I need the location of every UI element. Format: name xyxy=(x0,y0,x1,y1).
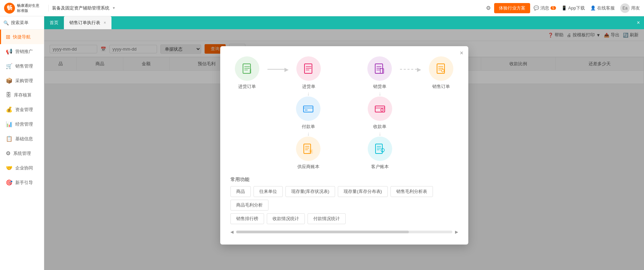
sidebar-item-operations[interactable]: 📊 经营管理 xyxy=(0,117,44,131)
svg-rect-12 xyxy=(380,69,384,73)
receipt-bill-circle xyxy=(368,96,392,121)
logo-icon: 畅 xyxy=(4,3,15,14)
sidebar-item-purchase[interactable]: 📦 采购管理 xyxy=(0,73,44,88)
message-button[interactable]: 💬 消息 5 xyxy=(534,5,556,11)
logo-text: 畅康通好生意 标准版 xyxy=(17,3,39,13)
message-icon: 💬 xyxy=(534,5,539,11)
func-buttons-row1: 商品 往来单位 现存量(库存状况表) 现存量(库存分布表) 销售毛利分析表 商品… xyxy=(230,186,458,211)
supplier-account-circle xyxy=(296,137,320,161)
sales-bill-circle xyxy=(367,56,392,81)
purchase-order-circle xyxy=(235,56,259,81)
svg-rect-4 xyxy=(304,64,312,73)
modal: × 进货订单 xyxy=(220,46,468,245)
sidebar-item-inventory[interactable]: 🗄 库存核算 xyxy=(0,88,44,102)
arrow-col-payment: ↓ xyxy=(291,131,325,137)
marketing-icon: 📢 xyxy=(6,48,13,55)
func-btn-contact[interactable]: 往来单位 xyxy=(254,186,283,197)
sidebar-item-marketing[interactable]: 📢 营销推广 xyxy=(0,44,44,59)
sidebar-item-quick-nav[interactable]: ⊞ 快捷导航 xyxy=(0,30,44,44)
main-area: 🔍 搜索菜单 ⊞ 快捷导航 📢 营销推广 🛒 销售管理 📦 采购管理 🗄 xyxy=(0,16,644,270)
newbie-icon: 🎯 xyxy=(6,179,13,186)
func-btn-payment-stats[interactable]: 付款情况统计 xyxy=(308,213,346,224)
logo-area: 畅 畅康通好生意 标准版 xyxy=(4,3,45,14)
sidebar-item-newbie[interactable]: 🎯 新手引导 xyxy=(0,175,44,190)
tab-bar: 首页 销售订单执行表 × × xyxy=(44,16,644,29)
func-btn-inventory-dist[interactable]: 现存量(库存分布表) xyxy=(338,186,388,197)
sales-order-circle xyxy=(429,56,453,81)
sidebar: 🔍 搜索菜单 ⊞ 快捷导航 📢 营销推广 🛒 销售管理 📦 采购管理 🗄 xyxy=(0,16,44,270)
system-title-dropdown-icon[interactable]: ▼ xyxy=(112,6,116,10)
payment-bill-circle xyxy=(296,96,320,121)
service-icon: 👤 xyxy=(590,5,596,11)
dashed-arrow-left: ▶ xyxy=(400,66,421,73)
trial-button[interactable]: 体验行业方案 xyxy=(494,3,530,13)
sidebar-item-enterprise[interactable]: 🤝 企业协同 xyxy=(0,161,44,175)
flow-item-payment-bill[interactable]: 付款单 xyxy=(291,96,325,130)
modal-overlay[interactable]: × 进货订单 xyxy=(44,29,644,270)
svg-rect-0 xyxy=(243,64,250,73)
scroll-right-icon[interactable]: ▶ xyxy=(455,230,458,234)
purchase-bill-circle xyxy=(296,56,321,81)
scroll-track[interactable] xyxy=(236,231,452,233)
flow-item-purchase-order[interactable]: 进货订单 xyxy=(230,56,264,90)
scroll-thumb xyxy=(236,231,409,233)
func-btn-inventory-status[interactable]: 现存量(库存状况表) xyxy=(285,186,335,197)
tab-close-icon[interactable]: × xyxy=(104,20,106,25)
purchase-bill-label: 进货单 xyxy=(302,84,315,90)
message-badge: 5 xyxy=(551,6,556,10)
sales-bill-label: 销货单 xyxy=(373,84,386,90)
app-icon: 📱 xyxy=(561,5,567,11)
func-btn-sales-gross[interactable]: 销售毛利分析表 xyxy=(390,186,433,197)
tab-sales-order[interactable]: 销售订单执行表 × xyxy=(64,16,111,29)
basic-info-icon: 📋 xyxy=(6,136,13,142)
sidebar-item-system[interactable]: ⚙ 系统管理 xyxy=(0,146,44,161)
flow-item-customer-account[interactable]: 客户账本 xyxy=(363,137,397,170)
tab-bar-close-icon[interactable]: × xyxy=(637,20,640,26)
flow-item-supplier-account[interactable]: 供应商账本 xyxy=(291,137,325,170)
quick-nav-icon: ⊞ xyxy=(6,34,10,40)
search-icon: 🔍 xyxy=(3,20,9,25)
modal-close-button[interactable]: × xyxy=(460,50,464,57)
arrow-right-1: ▶ xyxy=(267,66,289,73)
system-title-area: 装备及固定资产辅助管理系统 ▼ xyxy=(52,5,483,11)
sidebar-search[interactable]: 🔍 搜索菜单 xyxy=(0,16,44,30)
online-service-button[interactable]: 👤 在线客服 xyxy=(590,5,615,11)
func-btn-receipt-stats[interactable]: 收款情况统计 xyxy=(267,213,305,224)
receipt-bill-label: 收款单 xyxy=(373,124,386,130)
purchase-order-label: 进货订单 xyxy=(238,84,256,90)
payment-bill-label: 付款单 xyxy=(302,124,315,130)
top-divider xyxy=(48,5,49,12)
sales-order-label: 销售订单 xyxy=(432,84,450,90)
user-area[interactable]: Ea 用友 xyxy=(620,3,640,13)
svg-point-17 xyxy=(441,69,444,72)
inventory-icon: 🗄 xyxy=(6,92,11,98)
svg-rect-29 xyxy=(309,149,313,154)
arrow-col-sales: ↓ xyxy=(363,91,397,96)
tab-home[interactable]: 首页 xyxy=(44,16,64,29)
common-functions-title: 常用功能 xyxy=(230,177,458,183)
top-right-area: 💬 消息 5 📱 App下载 👤 在线客服 Ea 用友 xyxy=(534,3,640,13)
customer-account-label: 客户账本 xyxy=(371,164,389,170)
arrow-col-purchase: ↓ xyxy=(291,91,325,96)
top-bar: 畅 畅康通好生意 标准版 装备及固定资产辅助管理系统 ▼ ⚙ 体验行业方案 💬 … xyxy=(0,0,644,16)
func-btn-sales-rank[interactable]: 销售排行榜 xyxy=(230,213,264,224)
flow-item-receipt-bill[interactable]: 收款单 xyxy=(363,96,397,130)
arrow-col-receipt: ↓ xyxy=(363,131,397,137)
enterprise-icon: 🤝 xyxy=(6,165,13,171)
content-area: 首页 销售订单执行表 × × ❓ 帮助 🖨 按 xyxy=(44,16,644,270)
svg-rect-20 xyxy=(305,109,308,111)
sidebar-item-basic-info[interactable]: 📋 基础信息 xyxy=(0,131,44,146)
supplier-account-label: 供应商账本 xyxy=(297,164,319,170)
page-content: ❓ 帮助 🖨 按模板打印 ▼ 📤 导出 🔄 刷新 xyxy=(44,29,644,270)
settings-icon[interactable]: ⚙ xyxy=(486,5,491,11)
scroll-left-icon[interactable]: ◀ xyxy=(230,230,233,234)
func-btn-product-gross[interactable]: 商品毛利分析 xyxy=(230,200,268,211)
sidebar-item-finance[interactable]: 💰 资金管理 xyxy=(0,102,44,117)
sidebar-item-sales[interactable]: 🛒 销售管理 xyxy=(0,59,44,73)
func-btn-product[interactable]: 商品 xyxy=(230,186,251,197)
flow-item-sales-bill[interactable]: 销货单 xyxy=(363,56,397,90)
flow-item-purchase-bill[interactable]: 进货单 xyxy=(292,56,326,90)
sales-icon: 🛒 xyxy=(6,63,13,69)
flow-item-sales-order[interactable]: 销售订单 xyxy=(424,56,458,90)
app-download-button[interactable]: 📱 App下载 xyxy=(561,5,585,11)
